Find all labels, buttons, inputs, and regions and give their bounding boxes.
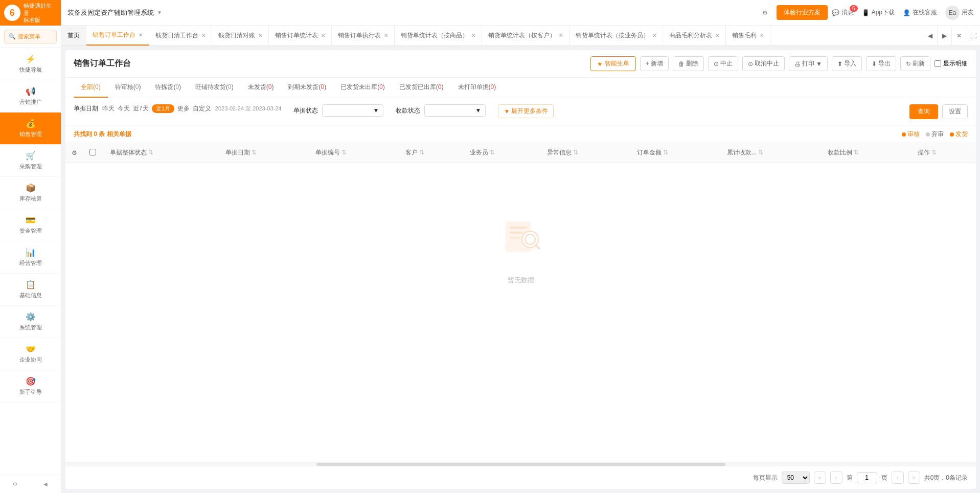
sidebar-collapse-button[interactable]: ◀ <box>31 475 61 493</box>
expand-conditions-button[interactable]: ▼ 展开更多条件 <box>498 104 554 118</box>
sub-tab-pending-delivery[interactable]: 待拣货(0) <box>148 78 188 98</box>
topbar-settings-button[interactable]: ⚙ <box>758 6 772 20</box>
tab-close-all-button[interactable]: ✕ <box>951 27 966 45</box>
tab-close-icon[interactable]: ✕ <box>715 33 719 38</box>
col-doc-status: 单据整体状态⇅ <box>104 143 219 163</box>
sub-tab-shipped-out[interactable]: 已发货已出库(0) <box>392 78 451 98</box>
date-opt[interactable]: 近1月 <box>152 104 174 113</box>
tab-cash-daily[interactable]: 钱货日清工作台✕ <box>149 26 212 46</box>
sidebar-item-cooperation[interactable]: 🤝企业协同 <box>0 338 61 370</box>
app-download-button[interactable]: 📱 App下载 <box>862 8 895 17</box>
tab-close-icon[interactable]: ✕ <box>760 33 764 38</box>
date-opt[interactable]: 今天 <box>118 104 130 113</box>
sidebar-item-sales[interactable]: 💰销售管理 <box>0 113 61 145</box>
page-size-select[interactable]: 50 10 20 100 <box>782 472 810 484</box>
export-button[interactable]: ⬇ 导出 <box>866 56 896 71</box>
tab-close-icon[interactable]: ✕ <box>201 33 206 38</box>
first-page-button[interactable]: « <box>814 472 826 484</box>
tab-sales-more[interactable]: 销售毛利✕ <box>726 26 770 46</box>
date-opt[interactable]: 自定义 <box>193 104 211 113</box>
select-all-checkbox[interactable] <box>89 149 96 155</box>
sidebar-settings-button[interactable]: ⚙ <box>0 475 31 493</box>
date-opt[interactable]: 近7天 <box>133 104 149 113</box>
sub-tab-expired-not-shipped[interactable]: 到期未发货(0) <box>281 78 333 98</box>
search-menu-button[interactable]: 🔍 搜索菜单 <box>4 30 57 43</box>
show-detail-checkbox[interactable]: 显示明细 <box>935 59 968 68</box>
date-opt[interactable]: 更多 <box>177 104 190 113</box>
horizontal-scrollbar[interactable] <box>65 462 976 466</box>
sidebar-item-basic-info[interactable]: 📋基础信息 <box>0 274 61 306</box>
delete-button[interactable]: 🗑 删除 <box>673 56 704 71</box>
guide-icon: 🎯 <box>26 376 36 386</box>
last-page-button[interactable]: » <box>908 472 920 484</box>
sidebar-item-finance[interactable]: 💳资金管理 <box>0 209 61 241</box>
message-button[interactable]: 💬 消息 6 <box>832 8 854 17</box>
tab-close-icon[interactable]: ✕ <box>471 33 475 38</box>
settings-button[interactable]: 设置 <box>942 104 968 119</box>
tab-close-icon[interactable]: ✕ <box>652 33 656 38</box>
sidebar-item-system[interactable]: ⚙️系统管理 <box>0 306 61 338</box>
empty-text: 暂无数据 <box>508 276 534 285</box>
sidebar-item-label: 营销推广 <box>19 98 42 106</box>
tab-fullscreen-button[interactable]: ⛶ <box>966 27 980 45</box>
sub-tab-label: 已发货已出库(0) <box>399 83 444 91</box>
tab-home[interactable]: 首页 <box>61 26 86 46</box>
tab-close-icon[interactable]: ✕ <box>559 33 563 38</box>
sidebar-item-inventory[interactable]: 📦库存核算 <box>0 177 61 209</box>
sub-tab-wangpu-delivery[interactable]: 旺铺待发货(0) <box>188 78 241 98</box>
online-service-button[interactable]: 👤 在线客服 <box>903 8 937 17</box>
sub-tab-pending-review[interactable]: 待审核(0) <box>108 78 148 98</box>
print-button[interactable]: 🖨 打印 ▼ <box>789 56 828 71</box>
date-opt[interactable]: 昨天 <box>102 104 115 113</box>
col-settings: ⚙ <box>65 143 83 163</box>
sidebar-item-guide[interactable]: 🎯新手引导 <box>0 370 61 402</box>
sidebar-item-operations[interactable]: 📊经营管理 <box>0 241 61 274</box>
tab-sales-exec[interactable]: 销售订单执行表✕ <box>332 26 395 46</box>
ship-button[interactable]: 发货 <box>950 130 968 139</box>
export-icon: ⬇ <box>872 60 877 68</box>
import-button[interactable]: ⬆ 导入 <box>832 56 862 71</box>
show-detail-input[interactable] <box>935 60 941 67</box>
audit-button[interactable]: 审核 <box>902 130 920 139</box>
tab-close-icon[interactable]: ✕ <box>321 33 325 38</box>
sub-tab-not-shipped[interactable]: 未发货(0) <box>241 78 281 98</box>
undo-audit-button[interactable]: 弃审 <box>926 130 944 139</box>
logo-text: 畅捷通好生意 标准版 <box>24 2 57 24</box>
sub-tab-not-printed[interactable]: 未打印单据(0) <box>451 78 504 98</box>
sidebar-item-purchase[interactable]: 🛒采购管理 <box>0 145 61 177</box>
tab-sales-summary-customer[interactable]: 销货单统计表（按客户）✕ <box>482 26 569 46</box>
next-page-button[interactable]: › <box>892 472 904 484</box>
refresh-button[interactable]: ↻ 刷新 <box>900 56 930 71</box>
page-input[interactable] <box>857 472 877 483</box>
user-area[interactable]: Ea 用友 <box>945 6 974 20</box>
tab-product-margin[interactable]: 商品毛利分析表✕ <box>663 26 726 46</box>
col-doc-no: 单据编号⇅ <box>309 143 399 163</box>
tab-sales-workbench[interactable]: 销售订单工作台✕ <box>86 26 149 46</box>
status-select[interactable]: ▼ <box>322 104 383 117</box>
add-button[interactable]: + 新增 <box>640 56 669 71</box>
sidebar-item-marketing[interactable]: 📢营销推广 <box>0 80 61 113</box>
tab-sales-summary-product[interactable]: 销货单统计表（按商品）✕ <box>395 26 482 46</box>
sub-tab-all[interactable]: 全部(0) <box>74 78 108 98</box>
payment-select[interactable]: ▼ <box>424 104 486 117</box>
smart-generate-button[interactable]: ★ 智能生单 <box>590 56 636 71</box>
tab-cash-reconcile[interactable]: 钱货日清对账✕ <box>212 26 269 46</box>
col-salesperson: 业务员⇅ <box>464 143 541 163</box>
tab-close-icon[interactable]: ✕ <box>139 32 143 38</box>
sidebar-item-label: 新手引导 <box>19 388 42 396</box>
sidebar-item-quick-nav[interactable]: ⚡快捷导航 <box>0 48 61 80</box>
tab-sales-stats[interactable]: 销售订单统计表✕ <box>269 26 332 46</box>
tab-sales-summary-staff[interactable]: 销货单统计表（按业务员）✕ <box>569 26 663 46</box>
tab-scroll-left-button[interactable]: ◀ <box>923 27 937 45</box>
query-button[interactable]: 查询 <box>909 104 938 119</box>
experience-button[interactable]: 体验行业方案 <box>777 5 828 20</box>
tab-close-icon[interactable]: ✕ <box>384 33 388 38</box>
result-count: 0 <box>94 130 97 138</box>
cancel-suspend-button[interactable]: ⊙ 取消中止 <box>742 56 785 71</box>
dropdown-arrow-icon: ▼ <box>157 10 162 15</box>
suspend-button[interactable]: ⊙ 中止 <box>708 56 738 71</box>
sub-tab-shipped-not-out[interactable]: 已发货未出库(0) <box>333 78 392 98</box>
prev-page-button[interactable]: ‹ <box>830 472 842 484</box>
tab-close-icon[interactable]: ✕ <box>258 33 262 38</box>
tab-scroll-right-button[interactable]: ▶ <box>937 27 951 45</box>
